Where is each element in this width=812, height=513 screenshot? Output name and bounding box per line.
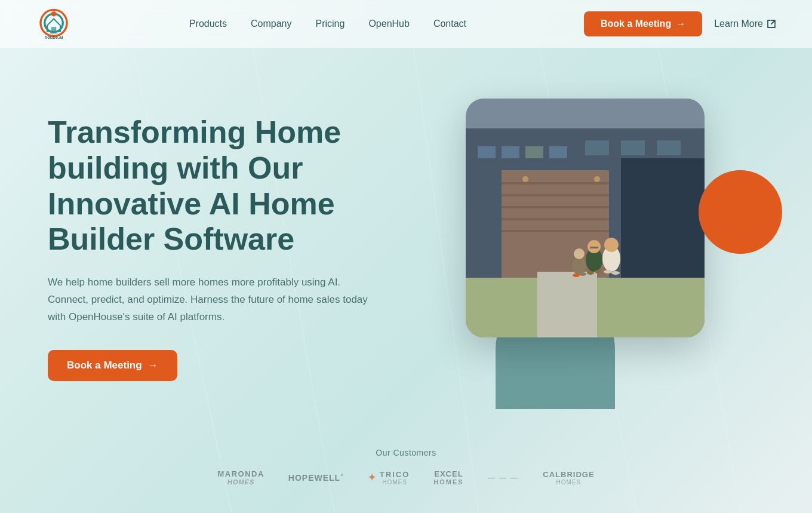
nav-item-products[interactable]: Products <box>189 19 227 29</box>
svg-point-37 <box>522 176 528 182</box>
navbar: house.ai open Products Company Pricing O… <box>0 0 812 48</box>
orange-circle-decoration <box>699 170 782 254</box>
hero-title: Transforming Home building with Our Inno… <box>48 115 394 257</box>
hero-book-meeting-button[interactable]: Book a Meeting → <box>48 350 177 381</box>
customers-section: Our Customers MARONDA Homes Hopewell^ ✦ … <box>0 436 812 509</box>
customer-logo-hopewell: Hopewell^ <box>288 473 344 483</box>
trico-logo-text: TRICO <box>380 470 410 479</box>
svg-point-36 <box>611 271 620 275</box>
hero-illustration <box>466 99 705 337</box>
svg-rect-16 <box>502 182 609 185</box>
svg-rect-9 <box>502 146 519 158</box>
excel-logo-text: EXCEL <box>434 469 463 478</box>
hero-section: Transforming Home building with Our Inno… <box>0 48 812 436</box>
nav-actions: Book a Meeting → Learn More <box>584 11 776 36</box>
svg-point-25 <box>574 248 585 259</box>
nav-links: Products Company Pricing OpenHub Contact <box>189 19 466 29</box>
svg-rect-23 <box>537 272 597 337</box>
svg-rect-19 <box>502 218 609 220</box>
hopewell-logo-text: Hopewell^ <box>288 473 344 483</box>
learn-more-link[interactable]: Learn More <box>714 19 776 29</box>
hero-image-container <box>466 99 705 337</box>
svg-rect-21 <box>621 158 705 278</box>
brand-logo: house.ai open <box>36 8 72 41</box>
customer-logo-excel: EXCEL HOMES <box>433 469 463 486</box>
calbridge-logo-text: CALBRIDGE <box>543 470 594 479</box>
svg-point-32 <box>579 272 586 276</box>
arrow-right-icon: → <box>676 19 685 29</box>
customer-logo-unknown: — — — <box>488 474 519 482</box>
hero-subtitle: We help home builders sell more homes mo… <box>48 274 370 326</box>
learn-more-label: Learn More <box>714 19 763 29</box>
nav-link-contact[interactable]: Contact <box>433 19 466 29</box>
svg-point-34 <box>595 270 602 274</box>
nav-book-meeting-button[interactable]: Book a Meeting → <box>584 11 702 36</box>
svg-point-24 <box>572 257 586 275</box>
svg-rect-10 <box>525 146 543 158</box>
svg-point-35 <box>604 270 612 274</box>
nav-item-company[interactable]: Company <box>251 19 291 29</box>
external-link-icon <box>767 19 776 29</box>
svg-rect-12 <box>585 140 609 155</box>
hero-image-area <box>466 99 764 397</box>
customer-logo-calbridge: CALBRIDGE HOMES <box>543 470 594 486</box>
nav-item-contact[interactable]: Contact <box>433 19 466 29</box>
nav-link-pricing[interactable]: Pricing <box>316 19 345 29</box>
maronda-logo-text: MARONDA <box>217 469 264 478</box>
svg-point-30 <box>604 238 619 252</box>
nav-item-pricing[interactable]: Pricing <box>316 19 345 29</box>
svg-point-33 <box>587 271 594 275</box>
svg-rect-8 <box>478 146 496 158</box>
nav-item-openhub[interactable]: OpenHub <box>368 19 410 29</box>
nav-book-meeting-label: Book a Meeting <box>601 19 671 29</box>
hero-arrow-icon: → <box>148 360 158 371</box>
nav-link-products[interactable]: Products <box>189 19 227 29</box>
svg-point-31 <box>573 274 580 277</box>
customers-logos-container: MARONDA Homes Hopewell^ ✦ TRICO Homes EX… <box>36 469 776 486</box>
logo-area[interactable]: house.ai open <box>36 8 72 41</box>
svg-rect-17 <box>502 194 609 196</box>
customers-section-label: Our Customers <box>36 448 776 457</box>
hero-book-meeting-label: Book a Meeting <box>67 360 142 371</box>
svg-rect-11 <box>549 146 567 158</box>
svg-rect-20 <box>502 230 609 232</box>
customer-logo-maronda: MARONDA Homes <box>217 469 264 486</box>
svg-rect-13 <box>621 140 645 155</box>
unknown-logo-text: — — — <box>488 474 519 482</box>
hero-content-left: Transforming Home building with Our Inno… <box>48 115 394 381</box>
nav-link-openhub[interactable]: OpenHub <box>368 19 410 29</box>
svg-text:house.ai: house.ai <box>45 34 63 39</box>
svg-rect-18 <box>502 206 609 208</box>
svg-rect-14 <box>657 140 681 155</box>
customer-logo-trico: ✦ TRICO Homes <box>368 470 410 486</box>
svg-point-2 <box>51 11 56 16</box>
svg-text:open: open <box>50 31 57 35</box>
nav-link-company[interactable]: Company <box>251 19 291 29</box>
svg-rect-28 <box>590 247 598 248</box>
svg-point-38 <box>594 176 600 182</box>
